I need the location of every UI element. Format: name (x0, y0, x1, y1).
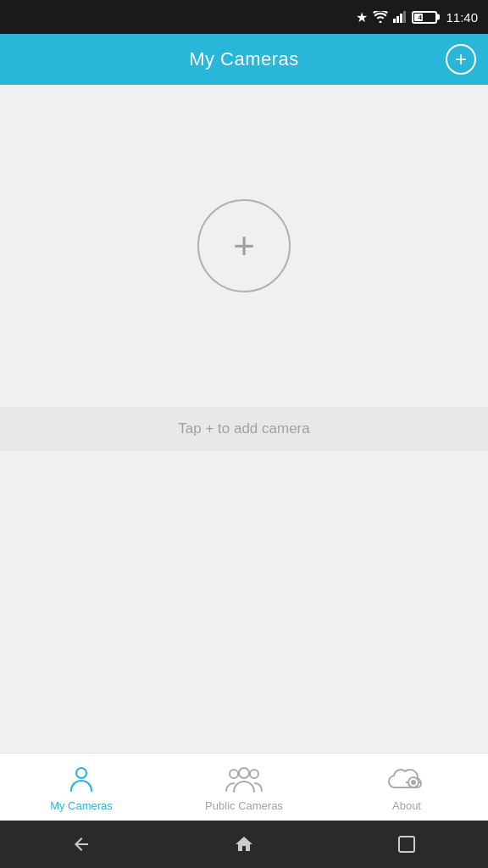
svg-point-4 (76, 768, 86, 778)
svg-rect-0 (393, 19, 396, 23)
about-label: About (392, 799, 421, 812)
android-nav-bar (0, 821, 488, 868)
public-cameras-label: Public Cameras (205, 799, 283, 812)
nav-item-my-cameras[interactable]: My Cameras (0, 754, 163, 821)
svg-point-6 (239, 768, 249, 778)
about-icon (388, 762, 425, 796)
plus-icon: + (233, 227, 255, 264)
hint-text: Tap + to add camera (178, 420, 309, 437)
add-icon: + (455, 49, 467, 70)
nav-item-about[interactable]: About (325, 754, 488, 821)
my-cameras-label: My Cameras (50, 799, 113, 812)
add-camera-button[interactable]: + (446, 44, 476, 75)
svg-point-5 (230, 770, 238, 778)
recents-button[interactable] (381, 827, 432, 861)
add-camera-area: + (0, 85, 488, 407)
battery-icon: 41% (412, 11, 437, 24)
bottom-nav: My Cameras Public Cameras (0, 753, 488, 821)
add-circle-button[interactable]: + (197, 199, 291, 292)
public-cameras-icon (225, 762, 263, 796)
status-time: 11:40 (446, 10, 478, 25)
battery-percentage: 41% (418, 14, 431, 21)
my-cameras-icon (63, 762, 100, 796)
star-icon: ★ (356, 9, 368, 25)
back-button[interactable] (56, 827, 107, 861)
svg-point-7 (250, 770, 258, 778)
wifi-icon (373, 11, 388, 23)
hint-bar: Tap + to add camera (0, 407, 488, 451)
svg-point-9 (411, 780, 416, 785)
app-bar: My Cameras + (0, 34, 488, 85)
app-bar-title: My Cameras (189, 48, 299, 70)
signal-icon (393, 11, 407, 23)
status-bar: ★ 41% 11:40 (0, 0, 488, 34)
main-content: + Tap + to add camera (0, 85, 488, 753)
svg-rect-12 (399, 837, 414, 852)
home-button[interactable] (219, 827, 269, 861)
svg-rect-3 (403, 11, 406, 23)
svg-rect-1 (396, 16, 399, 23)
nav-item-public-cameras[interactable]: Public Cameras (163, 754, 325, 821)
svg-rect-2 (400, 14, 402, 23)
